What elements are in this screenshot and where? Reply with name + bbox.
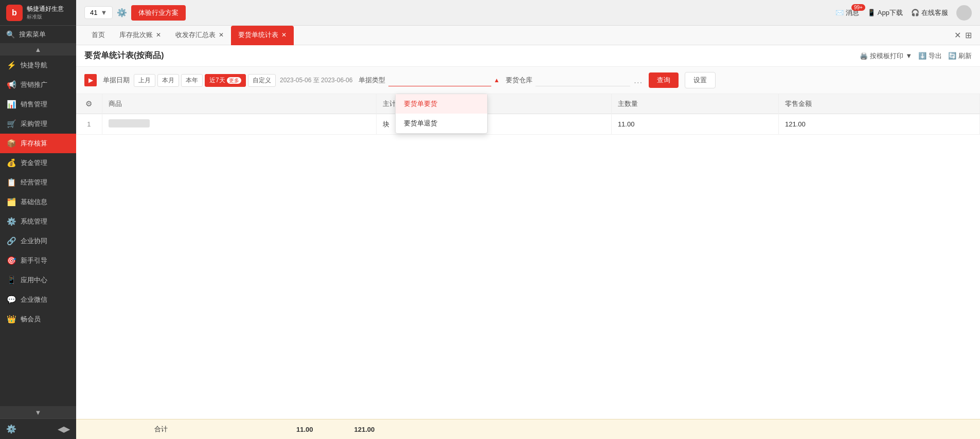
sidebar-item-label: 系统管理 bbox=[21, 217, 47, 226]
print-btn[interactable]: 🖨️ 按模板打印 ▼ bbox=[860, 51, 912, 61]
purchase-icon: 🛒 bbox=[6, 119, 16, 129]
topbar-left: 41 ▼ ⚙️ 体验行业方案 bbox=[84, 5, 186, 21]
sidebar-item-inventory[interactable]: 📦 库存核算 bbox=[0, 134, 76, 153]
footer-total-amount: 121.00 bbox=[354, 426, 375, 433]
inventory-icon: 📦 bbox=[6, 139, 16, 148]
sidebar-item-app-center[interactable]: 📱 应用中心 bbox=[0, 270, 76, 290]
sidebar-scroll-down[interactable]: ▼ bbox=[0, 406, 76, 418]
app-download-icon: 📱 bbox=[867, 9, 876, 16]
sidebar-item-label: 企业微信 bbox=[21, 295, 47, 304]
online-service-label: 在线客服 bbox=[921, 8, 948, 17]
sidebar-item-system[interactable]: ⚙️ 系统管理 bbox=[0, 212, 76, 231]
sidebar-item-wechat[interactable]: 💬 企业微信 bbox=[0, 290, 76, 309]
product-name-blurred bbox=[109, 119, 150, 127]
column-settings-gear[interactable]: ⚙ bbox=[76, 94, 102, 114]
tab-home[interactable]: 首页 bbox=[84, 26, 112, 45]
warehouse-input[interactable] bbox=[536, 74, 630, 86]
page-header: 要货单统计表(按商品) 🖨️ 按模板打印 ▼ ⬇️ 导出 🔄 刷新 bbox=[76, 45, 980, 67]
custom-btn[interactable]: 自定义 bbox=[248, 74, 276, 87]
sidebar-item-marketing[interactable]: 📢 营销推广 bbox=[0, 75, 76, 95]
tab-close-requisition-stat[interactable]: ✕ bbox=[281, 31, 287, 39]
tab-close-receive-summary[interactable]: ✕ bbox=[219, 31, 224, 39]
type-dropdown: 要货单要货 要货单退货 bbox=[395, 94, 488, 134]
export-btn[interactable]: ⬇️ 导出 bbox=[918, 51, 942, 61]
sidebar-nav: ⚡ 快捷导航 📢 营销推广 📊 销售管理 🛒 采购管理 📦 库存核算 💰 资金管… bbox=[0, 56, 76, 406]
settings-icon[interactable]: ⚙️ bbox=[6, 424, 16, 434]
refresh-icon: 🔄 bbox=[948, 52, 956, 60]
query-btn[interactable]: 查询 bbox=[649, 72, 679, 88]
app-download-btn[interactable]: 📱 App下载 bbox=[867, 8, 903, 17]
tab-close-inventory-batch[interactable]: ✕ bbox=[156, 31, 161, 39]
sidebar-item-label: 销售管理 bbox=[21, 100, 47, 109]
sidebar-item-purchase[interactable]: 🛒 采购管理 bbox=[0, 114, 76, 134]
company-selector[interactable]: 41 ▼ bbox=[84, 6, 113, 19]
sidebar-item-basic-info[interactable]: 🗂️ 基础信息 bbox=[0, 192, 76, 212]
sidebar-item-label: 快捷导航 bbox=[21, 61, 47, 70]
page-content: 要货单统计表(按商品) 🖨️ 按模板打印 ▼ ⬇️ 导出 🔄 刷新 ▶ bbox=[76, 45, 980, 439]
warehouse-more-icon[interactable]: … bbox=[633, 75, 643, 86]
page-title: 要货单统计表(按商品) bbox=[84, 50, 164, 61]
search-menu[interactable]: 🔍 搜索菜单 bbox=[0, 26, 76, 43]
basic-info-icon: 🗂️ bbox=[6, 197, 16, 207]
collapse-icon[interactable]: ◀▶ bbox=[58, 424, 70, 434]
more-badge: 更多 bbox=[227, 77, 241, 84]
last-month-btn[interactable]: 上月 bbox=[134, 74, 155, 87]
sidebar-item-finance[interactable]: 💰 资金管理 bbox=[0, 153, 76, 173]
sidebar-item-label: 库存核算 bbox=[21, 139, 47, 148]
sidebar-item-sales[interactable]: 📊 销售管理 bbox=[0, 95, 76, 114]
table-body: 1 块 11.00 121.00 bbox=[76, 114, 980, 135]
app-download-label: App下载 bbox=[878, 8, 903, 17]
marketing-icon: 📢 bbox=[6, 80, 16, 89]
sidebar-item-member[interactable]: 👑 畅会员 bbox=[0, 309, 76, 329]
date-filter-label: 单据日期 bbox=[103, 76, 130, 85]
sidebar-item-label: 畅会员 bbox=[21, 315, 41, 324]
sales-icon: 📊 bbox=[6, 100, 16, 109]
sidebar-item-guide[interactable]: 🎯 新手引导 bbox=[0, 251, 76, 270]
table-footer: 合计 11.00 121.00 bbox=[76, 419, 980, 439]
type-filter-group: 单据类型 ▲ bbox=[359, 74, 500, 86]
finance-icon: 💰 bbox=[6, 158, 16, 168]
sidebar-item-enterprise[interactable]: 🔗 企业协同 bbox=[0, 231, 76, 251]
guide-icon: 🎯 bbox=[6, 256, 16, 265]
tab-receive-summary[interactable]: 收发存汇总表 ✕ bbox=[168, 26, 231, 45]
notif-icon: ✉️ bbox=[835, 9, 844, 16]
type-select-input[interactable] bbox=[388, 74, 491, 86]
tab-requisition-stat[interactable]: 要货单统计表 ✕ bbox=[231, 26, 294, 45]
member-icon: 👑 bbox=[6, 315, 16, 324]
sidebar-item-operations[interactable]: 📋 经营管理 bbox=[0, 173, 76, 192]
this-year-btn[interactable]: 本年 bbox=[181, 74, 203, 87]
user-avatar[interactable] bbox=[956, 5, 972, 21]
dropdown-item-requisition-in[interactable]: 要货单要货 bbox=[396, 94, 487, 114]
trial-btn[interactable]: 体验行业方案 bbox=[131, 5, 186, 21]
row-amount: 121.00 bbox=[778, 114, 979, 135]
refresh-btn[interactable]: 🔄 刷新 bbox=[948, 51, 972, 61]
settings-btn[interactable]: 设置 bbox=[685, 72, 716, 88]
selector-value: 41 bbox=[90, 9, 97, 16]
row-product bbox=[102, 114, 376, 135]
service-icon: 🎧 bbox=[911, 9, 919, 16]
table-row: 1 块 11.00 121.00 bbox=[76, 114, 980, 135]
sidebar-item-quick-nav[interactable]: ⚡ 快捷导航 bbox=[0, 56, 76, 75]
window-controls: ✕ ⊞ bbox=[954, 30, 972, 40]
minimize-icon[interactable]: ✕ bbox=[954, 30, 961, 40]
table-header-row: ⚙ 商品 主计量单位 主数量 零售金额 bbox=[76, 94, 980, 114]
notif-btn[interactable]: ✉️ 消息 99+ bbox=[835, 8, 859, 17]
online-service-btn[interactable]: 🎧 在线客服 bbox=[911, 8, 948, 17]
filter-expand-btn[interactable]: ▶ bbox=[84, 74, 97, 86]
topbar-gear-icon[interactable]: ⚙️ bbox=[117, 8, 127, 17]
enterprise-icon: 🔗 bbox=[6, 236, 16, 246]
type-select-chevron-icon[interactable]: ▲ bbox=[493, 77, 500, 84]
header-actions: 🖨️ 按模板打印 ▼ ⬇️ 导出 🔄 刷新 bbox=[860, 51, 972, 61]
sidebar-scroll-up[interactable]: ▲ bbox=[0, 43, 76, 56]
filter-bar: ▶ 单据日期 上月 本月 本年 近7天 更多 自定义 2023-05-06 至 … bbox=[76, 67, 980, 94]
operations-icon: 📋 bbox=[6, 178, 16, 187]
this-month-btn[interactable]: 本月 bbox=[157, 74, 179, 87]
footer-total-qty: 11.00 bbox=[296, 426, 313, 433]
topbar-right: ✉️ 消息 99+ 📱 App下载 🎧 在线客服 bbox=[835, 5, 972, 21]
export-icon: ⬇️ bbox=[918, 52, 926, 60]
data-table: ⚙ 商品 主计量单位 主数量 零售金额 1 块 11.00 bbox=[76, 94, 980, 135]
tab-inventory-batch[interactable]: 库存批次账 ✕ bbox=[112, 26, 168, 45]
last-7days-btn[interactable]: 近7天 更多 bbox=[205, 74, 246, 87]
dropdown-item-requisition-out[interactable]: 要货单退货 bbox=[396, 114, 487, 133]
maximize-icon[interactable]: ⊞ bbox=[965, 30, 972, 40]
